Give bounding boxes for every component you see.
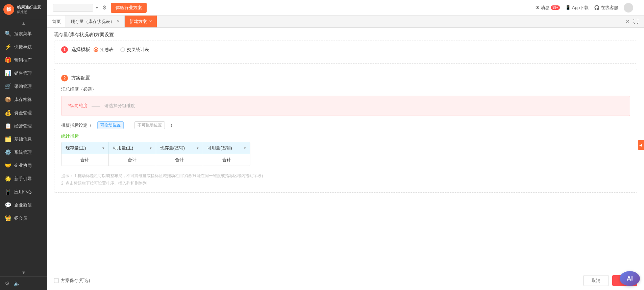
step2-header: 2 方案配置 (61, 75, 630, 81)
message-icon: ✉ (536, 5, 539, 10)
radio-summary[interactable]: 汇总表 (94, 47, 114, 53)
sidebar-label-appcenter: 应用中心 (14, 189, 32, 195)
sidebar-item-marketing[interactable]: 🎁 营销推广 (0, 53, 47, 67)
purchase-icon: 🛒 (5, 83, 11, 90)
sidebar-item-basic[interactable]: 🗂️ 基础信息 (0, 132, 47, 146)
sidebar-item-sales[interactable]: 📊 销售管理 (0, 67, 47, 80)
dim-separator: —— (92, 103, 100, 108)
message-button[interactable]: ✉ 消息 99+ (536, 5, 560, 11)
col-arrow-2[interactable]: ▾ (197, 146, 199, 150)
sidebar-item-finance[interactable]: 💰 资金管理 (0, 106, 47, 119)
col-header-1[interactable]: 可用量(主) ▾ (109, 142, 156, 154)
trial-button[interactable]: 体验行业方案 (111, 3, 147, 13)
sidebar-scroll-down[interactable]: ▼ (0, 269, 47, 276)
vertical-dim-label: *纵向维度 (68, 103, 88, 109)
col-header-3[interactable]: 可用量(基辅) ▾ (203, 142, 250, 154)
save-checkbox[interactable] (54, 278, 59, 283)
tab-inventory-close[interactable]: ✕ (117, 19, 120, 24)
tab-new-plan[interactable]: 新建方案 ✕ (125, 16, 157, 27)
topbar-right: ✉ 消息 99+ 📱 App下载 🎧 在线客服 (536, 3, 639, 13)
sidebar-item-search[interactable]: 🔍 搜索菜单 (0, 27, 47, 40)
tab-inventory-status[interactable]: 现存量（库存状况表） ✕ (66, 16, 125, 27)
dropdown-icon[interactable]: ▾ (96, 5, 98, 10)
sidebar-item-inventory[interactable]: 📦 库存核算 (0, 93, 47, 106)
sidebar-item-quicknav[interactable]: ⚡ 快捷导航 (0, 40, 47, 53)
close-window-button[interactable]: ✕ (625, 18, 630, 25)
sidebar-item-system[interactable]: ⚙️ 系统管理 (0, 146, 47, 159)
sidebar-item-wechat[interactable]: 💬 企业微信 (0, 198, 47, 212)
ai-badge-label: Ai (627, 275, 633, 282)
step2-block: 2 方案配置 汇总维度（必选） *纵向维度 —— 请选择分组维度 模板指标设定（… (54, 69, 637, 193)
stats-table-body: 合计 合计 合计 合计 (61, 154, 250, 166)
audio-bottom-icon[interactable]: 🔈 (14, 280, 20, 287)
sidebar-label-newguide: 新手引导 (14, 176, 32, 182)
col-arrow-3[interactable]: ▾ (244, 146, 246, 150)
cancel-button[interactable]: 取消 (583, 275, 609, 286)
page-title: 现存量(库存状况表)方案设置 (47, 28, 644, 41)
ai-badge[interactable]: Ai (620, 271, 640, 286)
col-header-2[interactable]: 现存量(基辅) ▾ (156, 142, 203, 154)
save-label: 方案保存(可选) (61, 277, 90, 284)
app-download-button[interactable]: 📱 App下载 (565, 5, 589, 11)
tab-inventory-label: 现存量（库存状况表） (71, 19, 115, 25)
tip-2: 2. 点击标题栏下拉可设置排序、插入列和删除列 (61, 180, 630, 187)
sidebar-logo: 畅 畅康通好生意 标准版 (0, 0, 47, 19)
radio-crosstab[interactable]: 交叉统计表 (120, 47, 149, 53)
search-input[interactable] (53, 4, 93, 12)
stats-table: 现存量(主) ▾ 可用量(主) ▾ 现存量(基辅) ▾ 可用量(基辅) (61, 142, 250, 166)
sidebar-item-newguide[interactable]: 🌟 新手引导 (0, 172, 47, 185)
col-arrow-1[interactable]: ▾ (150, 146, 152, 150)
sidebar: 畅 畅康通好生意 标准版 ▲ 🔍 搜索菜单 ⚡ 快捷导航 🎁 营销推广 📊 销售… (0, 0, 47, 290)
basic-icon: 🗂️ (5, 136, 11, 142)
step1-title: 选择模板 (71, 47, 90, 53)
expand-window-button[interactable]: ⛶ (633, 19, 639, 25)
col-label-3: 可用量(基辅) (207, 145, 232, 151)
sidebar-scroll-up[interactable]: ▲ (0, 19, 47, 27)
sidebar-item-purchase[interactable]: 🛒 采购管理 (0, 80, 47, 93)
non-draggable-badge: 不可拖动位置 (134, 121, 165, 129)
tips-section: 提示： 1.拖动标题栏可以调整布局，不可跨维度或指标区域拖动栏目字段(只能在同一… (61, 172, 630, 187)
sidebar-bottom: ⚙ 🔈 (0, 276, 47, 290)
sidebar-item-appcenter[interactable]: 📱 应用中心 (0, 185, 47, 198)
logo-icon: 畅 (3, 4, 14, 15)
sidebar-item-cooperation[interactable]: 🤝 企业协同 (0, 159, 47, 172)
quicknav-icon: ⚡ (5, 44, 11, 50)
sidebar-label-finance: 资金管理 (14, 110, 32, 116)
save-checkbox-area[interactable]: 方案保存(可选) (54, 277, 90, 284)
user-avatar[interactable] (624, 3, 633, 13)
tab-new-plan-close[interactable]: ✕ (149, 19, 152, 24)
tab-home[interactable]: 首页 (47, 16, 66, 27)
radio-crosstab-label: 交叉统计表 (127, 47, 149, 53)
sidebar-label-quicknav: 快捷导航 (14, 44, 32, 50)
tab-home-label: 首页 (52, 19, 61, 25)
step1-header: 1 选择模板 汇总表 交叉统计表 (61, 46, 630, 53)
template-radio-group: 汇总表 交叉统计表 (94, 47, 149, 53)
app-edition: 标准版 (17, 10, 41, 15)
sidebar-label-system: 系统管理 (14, 149, 32, 155)
settings-bottom-icon[interactable]: ⚙ (5, 280, 9, 287)
logo-text: 畅康通好生意 标准版 (17, 4, 41, 15)
col-header-0[interactable]: 现存量(主) ▾ (61, 142, 109, 154)
gear-icon[interactable]: ⚙ (102, 4, 107, 11)
newguide-icon: 🌟 (5, 175, 11, 182)
appcenter-icon: 📱 (5, 189, 11, 195)
service-button[interactable]: 🎧 在线客服 (594, 5, 618, 11)
right-edge-button[interactable]: ◀ (638, 140, 644, 150)
template-indicator: 模板指标设定（ 可拖动位置 不可拖动位置 ） (61, 121, 630, 129)
message-label: 消息 (541, 5, 549, 11)
sidebar-item-operation[interactable]: 📋 经营管理 (0, 119, 47, 132)
topbar-search-area: ▾ (53, 4, 98, 12)
topbar: ▾ ⚙ 体验行业方案 ✉ 消息 99+ 📱 App下载 🎧 在线客服 (47, 0, 644, 16)
inventory-icon: 📦 (5, 96, 11, 103)
app-name: 畅康通好生意 (17, 4, 41, 10)
radio-crosstab-circle (120, 47, 125, 52)
col-arrow-0[interactable]: ▾ (102, 146, 104, 150)
sidebar-label-search: 搜索菜单 (14, 31, 32, 37)
cell-3: 合计 (203, 154, 250, 166)
app-icon: 📱 (565, 5, 571, 10)
cell-2: 合计 (156, 154, 203, 166)
sidebar-item-member[interactable]: 👑 畅会员 (0, 212, 47, 225)
col-label-0: 现存量(主) (66, 145, 86, 151)
finance-icon: 💰 (5, 110, 11, 116)
radio-summary-label: 汇总表 (100, 47, 114, 53)
